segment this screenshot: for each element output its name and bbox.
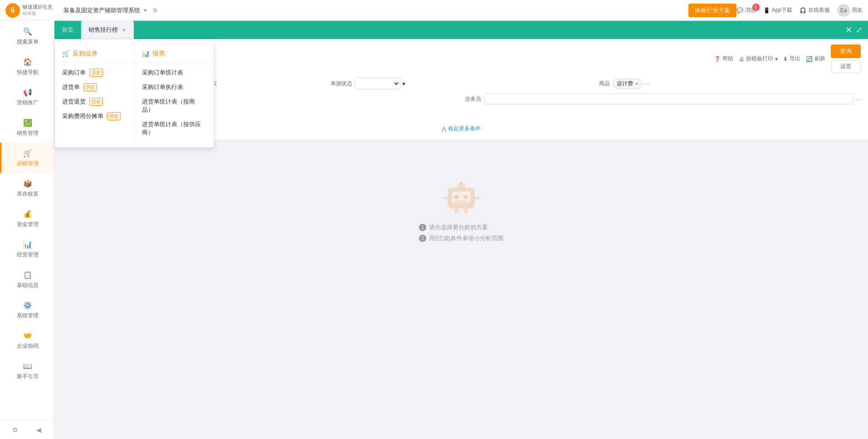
purchase-order-badge: 历史 — [89, 69, 103, 77]
system-title-chevron[interactable]: ▾ — [144, 7, 147, 14]
enterprise-icon: 🤝 — [23, 330, 33, 340]
empty-illustration — [439, 174, 484, 220]
tab-bar: 首页 销售排行榜 ✕ ✕ ⤢ — [54, 21, 868, 39]
empty-text-1: 请先选择要分析的方案 — [429, 223, 488, 232]
purchase-col-title: 采购业务 — [73, 49, 98, 58]
sidebar-label-system: 系统管理 — [17, 312, 39, 320]
help-btn[interactable]: ❓ 帮助 — [714, 55, 733, 63]
svg-rect-4 — [454, 201, 468, 202]
basic-icon: 📋 — [23, 270, 33, 280]
menu-item-order-stats[interactable]: 采购订单统计表 — [135, 65, 214, 80]
filter-salesperson-group: 业务员 ··· — [465, 94, 861, 104]
status-chevron: ▾ — [402, 80, 405, 87]
purchase-order-label: 采购订单 — [62, 69, 86, 77]
sidebar-item-quicknav[interactable]: 🏠 快捷导航 — [0, 51, 54, 82]
incoming-label: 进货单 — [62, 83, 80, 91]
svg-rect-8 — [475, 197, 479, 199]
app-download-btn[interactable]: 📱 App下载 — [763, 6, 792, 14]
settings-icon[interactable]: ⚙ — [152, 7, 158, 14]
menu-item-purchase-order[interactable]: 采购订单 历史 — [55, 65, 134, 80]
avatar-initials: Ea — [840, 7, 847, 14]
logo-icon: 6 — [5, 3, 20, 18]
sidebar-label-search: 搜索菜单 — [17, 38, 39, 46]
empty-num1: 1 — [419, 224, 426, 231]
tab-close-icon[interactable]: ✕ — [122, 27, 126, 33]
incoming-stats-supplier-label: 进货单统计表（按供应商） — [142, 120, 207, 137]
svg-rect-9 — [454, 208, 459, 213]
system-title: 装备及固定资产辅助管理系统 ▾ ⚙ — [60, 6, 688, 15]
print-chevron: ▾ — [775, 56, 778, 62]
sidebar-item-operations[interactable]: 📊 经营管理 — [0, 234, 54, 264]
top-bar: 6 畅捷通好生意 标准版 装备及固定资产辅助管理系统 ▾ ⚙ 体验行业方案 💬 … — [0, 0, 868, 21]
tab-home-label: 首页 — [62, 26, 73, 34]
purchase-col-icon: 🛒 — [62, 50, 70, 57]
sidebar-item-basic[interactable]: 📋 基础信息 — [0, 264, 54, 295]
sidebar-item-newbie[interactable]: 📖 新手引导 — [0, 355, 54, 386]
user-label: 用友 — [852, 6, 863, 14]
logo-text-block: 畅捷通好生意 标准版 — [23, 4, 53, 16]
order-exec-label: 采购订单执行表 — [142, 83, 183, 91]
tab-sales-rank-label: 销售排行榜 — [88, 26, 118, 34]
goods-more-btn[interactable]: ··· — [644, 80, 650, 87]
sidebar-label-purchase: 采购管理 — [17, 160, 39, 168]
dropdown-purchase-header: 🛒 采购业务 — [55, 47, 134, 63]
tag-remove-icon[interactable]: ✕ — [635, 81, 639, 86]
menu-item-incoming-stats-supplier[interactable]: 进货单统计表（按供应商） — [135, 117, 214, 140]
tab-expand-btn[interactable]: ⤢ — [856, 25, 863, 35]
empty-state: 1 请先选择要分析的方案 2 用[过滤]条件来缩小分析范围 — [54, 140, 868, 276]
tab-sales-rank[interactable]: 销售排行榜 ✕ — [81, 21, 134, 39]
salesperson-label: 业务员 — [465, 95, 481, 103]
menu-item-incoming-stats-goods[interactable]: 进货单统计表（按商品） — [135, 94, 214, 117]
empty-text-2: 用[过滤]条件来缩小分析范围 — [429, 234, 503, 242]
tab-home[interactable]: 首页 — [54, 21, 81, 39]
menu-item-return[interactable]: 进货退货 历史 — [55, 94, 134, 109]
sidebar-item-search[interactable]: 🔍 搜索菜单 — [0, 21, 54, 51]
incoming-stats-goods-label: 进货单统计表（按商品） — [142, 98, 207, 114]
system-title-text: 装备及固定资产辅助管理系统 — [63, 6, 140, 15]
headset-icon: 🎧 — [800, 7, 806, 14]
sidebar-settings-btn[interactable]: ⚙ — [5, 426, 25, 434]
salesperson-more-btn[interactable]: ··· — [855, 95, 861, 103]
report-col-title: 报表 — [152, 49, 165, 58]
marketing-icon: 📢 — [23, 87, 33, 97]
sidebar-item-inventory[interactable]: 📦 库存核算 — [0, 173, 54, 203]
sidebar-item-sales[interactable]: 💹 销售管理 — [0, 112, 54, 143]
export-btn[interactable]: ⬇ 导出 — [783, 55, 800, 63]
query-button[interactable]: 查询 — [831, 44, 861, 58]
svg-point-2 — [454, 195, 459, 199]
sidebar-collapse-btn[interactable]: ◀ — [29, 426, 49, 434]
status-select[interactable] — [355, 78, 400, 89]
sidebar-label-sales: 销售管理 — [17, 129, 39, 137]
phone-icon: 📱 — [763, 7, 770, 14]
messages-btn[interactable]: 💬 消息 6 — [736, 6, 756, 14]
report-col-icon: 📊 — [142, 50, 150, 57]
finance-icon: 💰 — [23, 209, 33, 219]
print-btn[interactable]: 🖨 按模板打印 ▾ — [739, 55, 778, 63]
sidebar-bottom: ⚙ ◀ — [0, 420, 54, 439]
user-avatar-btn[interactable]: Ea 用友 — [837, 4, 863, 17]
sidebar-item-purchase[interactable]: 🛒 采购管理 — [0, 143, 54, 173]
tab-right-actions: ✕ ⤢ — [845, 25, 868, 35]
menu-item-order-exec[interactable]: 采购订单执行表 — [135, 80, 214, 94]
sidebar-item-marketing[interactable]: 📢 营销推广 — [0, 82, 54, 112]
refresh-btn[interactable]: 🔄 刷新 — [806, 55, 825, 63]
sidebar-item-system[interactable]: ⚙️ 系统管理 — [0, 295, 54, 325]
salesperson-input[interactable] — [484, 94, 853, 104]
industry-button[interactable]: 体验行业方案 — [688, 4, 736, 17]
menu-item-incoming[interactable]: 进货单 历史 — [55, 80, 134, 94]
svg-point-3 — [463, 195, 468, 199]
messages-badge: 6 — [752, 4, 760, 11]
empty-num2: 2 — [419, 235, 426, 242]
settings-button[interactable]: 设置 — [831, 60, 861, 73]
expense-badge: 历史 — [107, 112, 121, 120]
sidebar-label-operations: 经营管理 — [17, 251, 39, 259]
logo-sub-text: 标准版 — [23, 10, 53, 17]
home-icon: 🏠 — [23, 57, 33, 67]
search-icon: 🔍 — [23, 26, 33, 36]
sidebar-item-enterprise[interactable]: 🤝 企业协同 — [0, 325, 54, 355]
online-service-btn[interactable]: 🎧 在线客服 — [800, 6, 830, 14]
menu-item-expense[interactable]: 采购费用分摊单 历史 — [55, 109, 134, 123]
tab-close-all-btn[interactable]: ✕ — [845, 25, 852, 35]
sidebar-item-finance[interactable]: 💰 资金管理 — [0, 203, 54, 234]
empty-text-block: 1 请先选择要分析的方案 2 用[过滤]条件来缩小分析范围 — [419, 223, 503, 242]
